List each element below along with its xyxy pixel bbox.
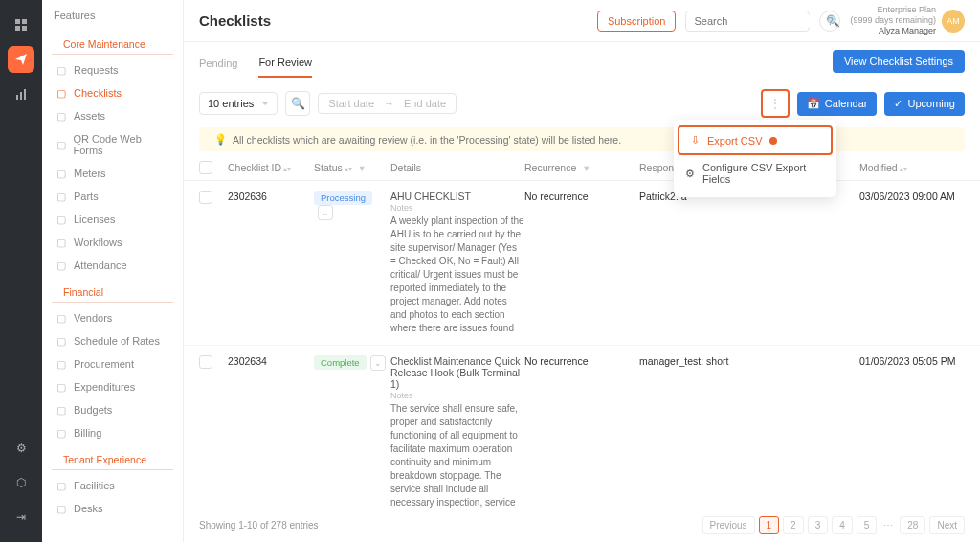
page-4[interactable]: 4 [832, 516, 853, 534]
cog-icon: ▢ [56, 191, 67, 202]
select-all-checkbox[interactable] [199, 161, 212, 174]
sidebar-item-desks[interactable]: ▢Desks [42, 497, 183, 520]
status-caret[interactable]: ⌄ [370, 355, 386, 371]
configure-csv-item[interactable]: ⚙ Configure CSV Export Fields [674, 155, 836, 192]
qr-icon: ▢ [56, 139, 66, 150]
svg-rect-6 [24, 89, 26, 100]
sidebar-section-head: Core Maintenance [52, 33, 173, 55]
sidebar-item-parts[interactable]: ▢Parts [42, 185, 183, 208]
flow-icon: ▢ [56, 237, 67, 248]
col-recurrence[interactable]: Recurrence▼ [524, 162, 639, 173]
sidebar-item-schedule-of-rates[interactable]: ▢Schedule of Rates [42, 329, 183, 352]
rail-grid-icon[interactable] [8, 11, 34, 38]
svg-rect-3 [22, 26, 27, 31]
avatar[interactable]: AM [942, 10, 965, 33]
info-bar: 💡 All checklists which are awaiting revi… [199, 127, 965, 151]
search-filter-icon[interactable]: 🔍 [285, 91, 310, 116]
cell-id: 2302636 [228, 191, 314, 335]
rail-cube-icon[interactable]: ⬡ [8, 469, 34, 496]
date-range[interactable]: Start date → End date [318, 93, 457, 114]
wallet-icon: ▢ [56, 404, 67, 416]
page-1[interactable]: 1 [759, 516, 780, 534]
sidebar-item-checklists[interactable]: ▢Checklists [42, 81, 183, 104]
page-last[interactable]: 28 [900, 516, 925, 534]
rail-send-icon[interactable] [8, 46, 34, 73]
row-checkbox[interactable] [199, 355, 212, 369]
desk-icon: ▢ [56, 503, 67, 514]
sidebar-item-expenditures[interactable]: ▢Expenditures [42, 375, 183, 398]
more-menu-button[interactable]: ⋮ [765, 93, 786, 114]
help-icon[interactable]: ? [819, 11, 840, 32]
bill-icon: ▢ [56, 427, 67, 439]
sidebar-title: Features [42, 10, 183, 29]
col-status[interactable]: Status▴▾▼ [314, 162, 390, 173]
tab-for-review[interactable]: For Review [258, 51, 312, 78]
rail-chart-icon[interactable] [8, 80, 34, 107]
gauge-icon: ▢ [56, 168, 67, 179]
view-checklist-settings-button[interactable]: View Checklist Settings [833, 50, 965, 73]
svg-rect-2 [15, 26, 20, 31]
sidebar-item-licenses[interactable]: ▢Licenses [42, 208, 183, 231]
rail-logout-icon[interactable]: ⇥ [8, 504, 34, 531]
sidebar-item-workflows[interactable]: ▢Workflows [42, 231, 183, 254]
table-row[interactable]: 2302634Complete⌄Checklist Maintenance Qu… [184, 346, 980, 508]
store-icon: ▢ [56, 312, 67, 324]
sidebar-item-facilities[interactable]: ▢Facilities [42, 474, 183, 497]
svg-rect-4 [16, 95, 18, 100]
row-checkbox[interactable] [199, 191, 212, 204]
page-title: Checklists [199, 12, 271, 29]
calendar-icon: 📅 [807, 98, 820, 110]
more-menu-highlight: ⋮ [761, 89, 790, 118]
check-icon: ▢ [56, 87, 67, 99]
table-row[interactable]: 2302636Processing⌄AHU CHECKLISTNotesA we… [184, 181, 980, 346]
sidebar-item-meters[interactable]: ▢Meters [42, 162, 183, 185]
sidebar-item-attendance[interactable]: ▢Attendance [42, 254, 183, 277]
cell-details: Checklist Maintenance Quick Release Hook… [390, 355, 524, 508]
shield-icon: ▢ [56, 214, 67, 225]
page-5[interactable]: 5 [857, 516, 878, 534]
inbox-icon: ▢ [56, 64, 67, 76]
search-box[interactable]: 🔍 [685, 11, 810, 32]
clock-icon: ▢ [56, 260, 67, 271]
svg-rect-5 [20, 92, 22, 100]
gear-icon: ⚙ [685, 168, 695, 180]
calendar-button[interactable]: 📅Calendar [797, 92, 878, 116]
tab-pending[interactable]: Pending [199, 52, 237, 77]
tabs: Pending For Review View Checklist Settin… [184, 42, 980, 79]
col-checklist-id[interactable]: Checklist ID▴▾ [228, 162, 314, 173]
page-2[interactable]: 2 [783, 516, 804, 534]
cell-details: AHU CHECKLISTNotesA weekly plant inspect… [390, 191, 524, 335]
next-button[interactable]: Next [929, 516, 965, 534]
showing-text: Showing 1-10 of 278 entries [199, 520, 319, 531]
sidebar-item-billing[interactable]: ▢Billing [42, 421, 183, 444]
pagination: Previous 12345 ⋯ 28 Next [702, 516, 965, 534]
badge-icon [769, 137, 777, 145]
upcoming-button[interactable]: ✓Upcoming [884, 92, 965, 116]
export-dropdown: ⇩ Export CSV ⚙ Configure CSV Export Fiel… [674, 120, 836, 197]
sidebar-item-qr-code-web-forms[interactable]: ▢QR Code Web Forms [42, 127, 183, 162]
export-icon: ⇩ [691, 134, 700, 147]
cube-icon: ▢ [56, 110, 67, 122]
col-details[interactable]: Details [390, 162, 524, 173]
sidebar-item-assets[interactable]: ▢Assets [42, 104, 183, 127]
status-caret[interactable]: ⌄ [318, 205, 333, 220]
subscription-button[interactable]: Subscription [597, 11, 677, 32]
user-info: Enterprise Plan (9999 days remaining) Al… [850, 5, 936, 35]
dollar-icon: ▢ [56, 335, 67, 347]
prev-button[interactable]: Previous [702, 516, 755, 534]
rail-gear-icon[interactable]: ⚙ [8, 435, 34, 462]
col-modified[interactable]: Modified▴▾ [859, 162, 965, 173]
page-3[interactable]: 3 [808, 516, 829, 534]
sidebar-section-head: Tenant Experience [52, 448, 173, 470]
export-csv-item[interactable]: ⇩ Export CSV [678, 125, 833, 155]
search-input[interactable] [694, 15, 826, 27]
sidebar-item-procurement[interactable]: ▢Procurement [42, 352, 183, 375]
building-icon: ▢ [56, 480, 67, 491]
sidebar-item-vendors[interactable]: ▢Vendors [42, 306, 183, 329]
cell-responder: manager_test: short [639, 355, 783, 508]
topbar: Checklists Subscription 🔍 ? Enterprise P… [184, 0, 980, 42]
sidebar-item-requests[interactable]: ▢Requests [42, 58, 183, 81]
sidebar: Features Core Maintenance▢Requests▢Check… [42, 0, 184, 542]
entries-select[interactable]: 10 entries [199, 92, 278, 115]
sidebar-item-budgets[interactable]: ▢Budgets [42, 398, 183, 421]
